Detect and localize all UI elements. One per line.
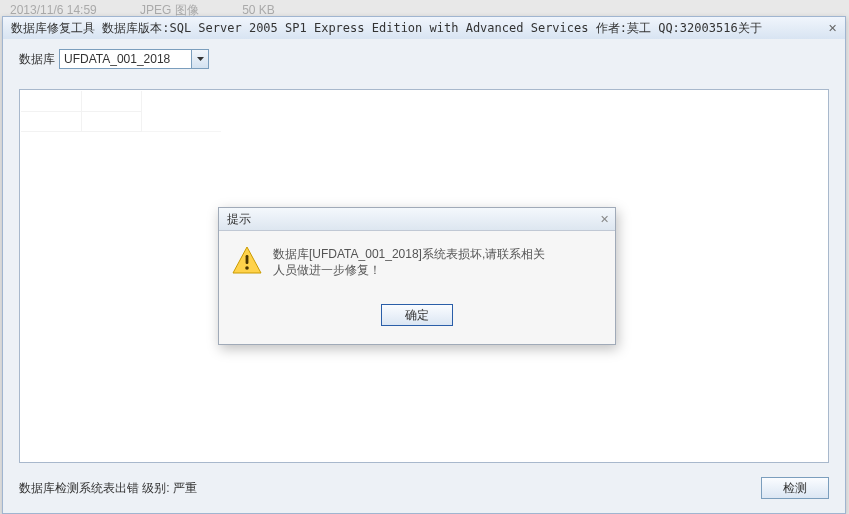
status-row: 数据库检测系统表出错 级别: 严重 检测 <box>19 477 829 499</box>
bg-type: JPEG 图像 <box>140 3 199 17</box>
alert-dialog: 提示 ✕ 数据库[UFDATA_001_2018]系统表损坏,请联系相关 人员做… <box>218 207 616 345</box>
bg-timestamp: 2013/11/6 14:59 <box>10 3 97 17</box>
close-icon: ✕ <box>600 213 609 226</box>
database-label: 数据库 <box>19 51 55 68</box>
dialog-footer: 确定 <box>219 296 615 344</box>
window-title: 数据库修复工具 数据库版本:SQL Server 2005 SP1 Expres… <box>11 20 823 37</box>
svg-rect-2 <box>246 255 249 264</box>
ok-button[interactable]: 确定 <box>381 304 453 326</box>
database-combobox[interactable]: UFDATA_001_2018 <box>59 49 209 69</box>
grid-placeholder <box>21 91 221 132</box>
close-icon: ✕ <box>828 22 837 35</box>
dialog-titlebar: 提示 ✕ <box>219 208 615 231</box>
window-titlebar: 数据库修复工具 数据库版本:SQL Server 2005 SP1 Expres… <box>3 17 845 40</box>
dialog-title: 提示 <box>227 211 251 228</box>
app-window: 数据库修复工具 数据库版本:SQL Server 2005 SP1 Expres… <box>2 16 846 514</box>
svg-marker-0 <box>197 57 204 61</box>
chevron-down-icon <box>197 57 204 61</box>
svg-point-3 <box>245 266 249 270</box>
combobox-dropdown-button[interactable] <box>191 50 208 68</box>
database-selected-value: UFDATA_001_2018 <box>60 50 191 68</box>
dialog-message: 数据库[UFDATA_001_2018]系统表损坏,请联系相关 人员做进一步修复… <box>273 245 545 278</box>
status-text: 数据库检测系统表出错 级别: 严重 <box>19 480 761 497</box>
dialog-body: 数据库[UFDATA_001_2018]系统表损坏,请联系相关 人员做进一步修复… <box>219 231 615 296</box>
detect-button[interactable]: 检测 <box>761 477 829 499</box>
warning-icon <box>231 245 263 277</box>
dialog-close-button[interactable]: ✕ <box>593 210 615 228</box>
bg-size: 50 KB <box>242 3 275 17</box>
window-close-button[interactable]: ✕ <box>823 20 841 36</box>
control-row: 数据库 UFDATA_001_2018 <box>19 49 209 69</box>
